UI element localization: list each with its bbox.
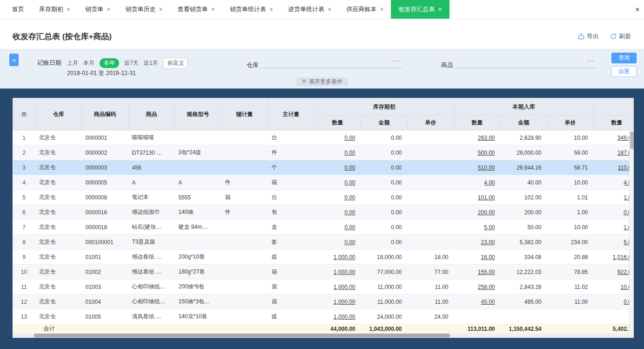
tab-close-icon[interactable]: × (380, 6, 383, 13)
outbound-qty-cell: 349.00 (594, 130, 634, 145)
inbound-qty-link[interactable]: 16.00 (481, 254, 495, 260)
collapse-sidebar-button[interactable]: » (9, 54, 19, 66)
date-range-option[interactable]: 近1月 (144, 59, 158, 67)
inbound-qty-link[interactable]: 5.00 (484, 224, 495, 231)
tab[interactable]: 首页 (5, 0, 32, 19)
col-header-aux-unit[interactable]: 辅计量 (221, 98, 268, 130)
settings-button[interactable]: 设置 (611, 66, 637, 77)
vertical-scrollbar-thumb[interactable] (630, 131, 634, 149)
table-row[interactable]: 4 北京仓 0000005 A A 件 箱 0.00 0.00 4.00 40.… (13, 175, 634, 190)
tab[interactable]: 销货单历史 × (118, 0, 170, 19)
horizontal-scrollbar-thumb[interactable] (34, 334, 450, 337)
table-row[interactable]: 5 北京仓 0000008 笔记本 5555 箱 台 0.00 0.00 101… (13, 190, 634, 205)
warehouse-input[interactable] (260, 55, 402, 68)
refresh-button[interactable]: 刷新 (610, 32, 631, 41)
opening-qty-link[interactable]: 1,000.00 (334, 314, 356, 320)
row-number-cell: 4 (13, 175, 35, 190)
col-header-inbound-price[interactable]: 单价 (547, 116, 594, 130)
opening-qty-link[interactable]: 1,000.00 (334, 284, 356, 290)
table-row[interactable]: 10 北京仓 01002 维达卷纸 … 180g*27卷 箱 1,000.00 … (13, 265, 634, 280)
row-number-cell: 10 (13, 265, 35, 280)
opening-qty-link[interactable]: 0.00 (344, 179, 355, 186)
inbound-qty-link[interactable]: 155.00 (478, 269, 495, 275)
table-row[interactable]: 1 北京仓 0000001 嘻嘻嘻嘻 台 0.00 0.00 263.00 2,… (13, 130, 634, 145)
col-header-main-unit[interactable]: 主计量 (268, 98, 315, 130)
tab-close-icon[interactable]: × (269, 6, 273, 13)
date-range-option[interactable]: 本年 (100, 58, 119, 68)
inbound-qty-link[interactable]: 23.00 (481, 239, 495, 246)
tab[interactable]: 收发存汇总表 × (391, 0, 449, 19)
opening-qty-link[interactable]: 0.00 (344, 209, 355, 216)
product-input[interactable] (454, 55, 597, 68)
close-all-tabs-icon[interactable]: × (631, 0, 644, 19)
table-row[interactable]: 8 北京仓 000100001 T3普及版 套 0.00 0.00 23.00 … (13, 235, 634, 250)
col-header-spec[interactable]: 规格型号 (175, 98, 221, 130)
tab[interactable]: 查看销货单 × (170, 0, 222, 19)
table-row[interactable]: 3 北京仓 0000003 456 个 0.00 0.00 510.00 29,… (13, 160, 634, 175)
tab[interactable]: 供应商账本 × (339, 0, 391, 19)
opening-qty-link[interactable]: 1,000.00 (334, 269, 356, 275)
date-range-option[interactable]: 本月 (83, 59, 94, 67)
col-header-inbound-amount[interactable]: 金额 (501, 116, 547, 130)
inbound-qty-link[interactable]: 101.00 (478, 194, 495, 201)
warehouse-picker-ellipsis-icon[interactable]: ··· (393, 57, 400, 65)
tab-close-icon[interactable]: × (211, 6, 215, 13)
horizontal-scrollbar[interactable] (13, 333, 634, 338)
tab[interactable]: 进货单统计表 × (281, 0, 339, 19)
table-row[interactable]: 13 北京仓 01005 清风卷纸 … 140克*10卷 提 1,000.00 … (13, 309, 634, 324)
date-range-option[interactable]: 上月 (67, 59, 78, 67)
table-row[interactable]: 2 北京仓 0000002 DT37130 … 3包*24提 件 0.00 0.… (13, 145, 634, 160)
opening-qty-link[interactable]: 0.00 (344, 239, 355, 246)
vertical-scrollbar[interactable] (629, 130, 634, 333)
inbound-qty-link[interactable]: 200.00 (478, 209, 495, 216)
table-row[interactable]: 9 北京仓 01001 维达卷纸 … 200g*10卷 提 1,000.00 1… (13, 250, 634, 265)
product-code-cell: 01001 (82, 250, 128, 265)
inbound-qty-link[interactable]: 258.00 (478, 284, 495, 290)
col-header-product-code[interactable]: 商品编码 (82, 98, 128, 130)
tab[interactable]: 销货单 × (78, 0, 118, 19)
tab[interactable]: 销货单统计表 × (222, 0, 281, 19)
col-header-opening-amount[interactable]: 金额 (361, 116, 408, 130)
opening-qty-link[interactable]: 0.00 (344, 135, 355, 141)
inbound-price-cell: 10.00 (547, 175, 594, 190)
table-row[interactable]: 6 北京仓 0000016 维达纸面巾 140抽 件 包 0.00 0.00 2… (13, 205, 634, 220)
opening-qty-link[interactable]: 0.00 (344, 164, 355, 171)
opening-qty-link[interactable]: 0.00 (344, 150, 355, 156)
inbound-qty-link[interactable]: 45.00 (481, 299, 495, 305)
table-row[interactable]: 7 北京仓 0000018 钻石(硬玫… 硬盒 84m… 盒 0.00 0.00… (13, 220, 634, 235)
tab-label: 查看销货单 (178, 5, 208, 14)
col-header-product[interactable]: 商品 (128, 98, 175, 130)
product-picker-ellipsis-icon[interactable]: ··· (587, 57, 595, 65)
tab-close-icon[interactable]: × (159, 6, 162, 13)
col-header-outbound-qty[interactable]: 数量 (594, 116, 634, 130)
inbound-qty-cell: 155.00 (454, 265, 501, 280)
inbound-qty-link[interactable]: 4.00 (484, 179, 495, 186)
query-button[interactable]: 查询 (611, 53, 637, 63)
tab-close-icon[interactable]: × (107, 6, 110, 13)
date-options: 上月本月本年近7天近1月自定义 (67, 58, 188, 68)
col-header-warehouse[interactable]: 仓库 (35, 98, 82, 130)
tab-close-icon[interactable]: × (328, 6, 331, 13)
date-range-option[interactable]: 自定义 (163, 58, 188, 68)
accounting-date-label: 记账日期 (37, 59, 61, 67)
column-settings-gear-icon[interactable]: ⚙ (13, 98, 35, 130)
col-header-inbound-qty[interactable]: 数量 (454, 116, 501, 130)
opening-qty-link[interactable]: 1,000.00 (334, 299, 356, 305)
opening-qty-link[interactable]: 0.00 (344, 224, 355, 231)
table-row[interactable]: 11 北京仓 01003 心相印抽纸… 200抽*6包 袋 1,000.00 1… (13, 280, 634, 294)
tab-close-icon[interactable]: × (67, 6, 70, 13)
inbound-qty-link[interactable]: 500.00 (478, 150, 495, 156)
date-range-option[interactable]: 近7天 (124, 59, 139, 67)
tab-close-icon[interactable]: × (438, 6, 442, 13)
opening-qty-link[interactable]: 0.00 (344, 194, 355, 201)
inbound-qty-link[interactable]: 510.00 (478, 164, 495, 171)
tab[interactable]: 库存期初 × (32, 0, 78, 19)
col-header-opening-qty[interactable]: 数量 (315, 116, 361, 130)
expand-more-conditions-button[interactable]: 展开更多条件 (296, 77, 348, 86)
product-name-cell: T3普及版 (128, 235, 175, 250)
inbound-qty-link[interactable]: 263.00 (478, 135, 495, 141)
table-row[interactable]: 12 北京仓 01004 心相印抽纸… 150抽*3包… 袋 1,000.00 … (13, 294, 634, 309)
opening-qty-link[interactable]: 1,000.00 (334, 254, 356, 260)
col-header-opening-price[interactable]: 单价 (408, 116, 454, 130)
export-button[interactable]: 导出 (578, 32, 599, 41)
